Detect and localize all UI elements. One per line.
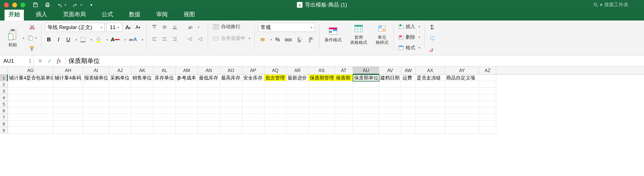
cell[interactable] — [153, 94, 176, 101]
cell[interactable] — [309, 101, 335, 107]
cell[interactable] — [286, 107, 309, 114]
cell[interactable] — [131, 94, 153, 101]
cell[interactable] — [353, 114, 379, 120]
increase-decimal-button[interactable]: .0.00 — [295, 35, 305, 44]
cell[interactable] — [445, 120, 479, 127]
align-bottom-button[interactable] — [171, 23, 179, 31]
save-icon[interactable] — [33, 2, 38, 8]
cell[interactable] — [153, 81, 176, 88]
cell[interactable] — [445, 127, 479, 134]
cell[interactable] — [53, 107, 83, 114]
row-header[interactable]: 2 — [0, 81, 8, 88]
cell[interactable] — [83, 127, 109, 134]
cell[interactable]: 安全库存 — [242, 75, 264, 81]
cell[interactable] — [379, 101, 401, 107]
cell[interactable]: 保质期 — [335, 75, 353, 81]
cell[interactable] — [153, 127, 176, 134]
cell[interactable] — [176, 107, 198, 114]
align-middle-button[interactable] — [160, 23, 169, 31]
cell[interactable] — [309, 120, 335, 127]
delete-cells-button[interactable]: 删除▾ — [397, 33, 421, 41]
cell[interactable] — [479, 88, 496, 94]
cell[interactable] — [445, 94, 479, 101]
cell[interactable] — [53, 94, 83, 101]
cell[interactable] — [353, 88, 379, 94]
cell[interactable] — [220, 94, 242, 101]
comma-format-button[interactable]: 000 — [283, 35, 293, 44]
font-name-combo[interactable]: 等线 Regular (正文)▾ — [45, 23, 105, 32]
cell[interactable] — [286, 101, 309, 107]
cell[interactable] — [198, 94, 220, 101]
cell[interactable] — [479, 127, 496, 134]
cell[interactable] — [286, 94, 309, 101]
cell[interactable]: 最高库存 — [220, 75, 242, 81]
cell[interactable] — [479, 120, 496, 127]
cell[interactable] — [109, 81, 131, 88]
cell[interactable] — [379, 107, 401, 114]
cell[interactable] — [479, 101, 496, 107]
increase-indent-button[interactable] — [196, 35, 205, 43]
cell[interactable]: 最低库存 — [198, 75, 220, 81]
cell[interactable] — [401, 120, 416, 127]
align-left-button[interactable] — [150, 35, 159, 43]
cell[interactable] — [53, 88, 83, 94]
cell[interactable] — [309, 81, 335, 88]
column-header[interactable]: AS — [309, 67, 335, 74]
cell[interactable] — [335, 114, 353, 120]
ribbon-tab-5[interactable]: 审阅 — [152, 9, 172, 21]
cell[interactable] — [176, 101, 198, 107]
cell[interactable]: 是否走冻链 — [416, 75, 445, 81]
cell[interactable] — [53, 127, 83, 134]
row-header[interactable]: 9 — [0, 127, 8, 134]
row-header[interactable]: 1 — [0, 75, 8, 81]
spreadsheet-grid[interactable]: AGAHAIAJAKALAMANAOAPAQARASATAUAVAWAXAYAZ… — [0, 67, 644, 134]
cell[interactable] — [335, 81, 353, 88]
cell[interactable] — [83, 101, 109, 107]
cell[interactable] — [379, 120, 401, 127]
minimize-window-button[interactable] — [12, 3, 17, 7]
cell[interactable] — [109, 114, 131, 120]
cell[interactable] — [198, 101, 220, 107]
font-size-combo[interactable]: 11▾ — [106, 23, 122, 32]
align-right-button[interactable] — [171, 35, 179, 43]
cell[interactable] — [131, 81, 153, 88]
zoom-window-button[interactable] — [20, 3, 25, 7]
cell[interactable] — [220, 127, 242, 134]
cell[interactable] — [416, 120, 445, 127]
cell[interactable] — [401, 94, 416, 101]
cell[interactable] — [264, 94, 286, 101]
phonetic-dropdown[interactable]: ▾ — [142, 38, 143, 41]
cell[interactable] — [198, 127, 220, 134]
cell[interactable] — [242, 101, 264, 107]
underline-button[interactable]: U — [64, 35, 72, 44]
cell[interactable] — [220, 88, 242, 94]
undo-dropdown[interactable]: ▾ — [65, 3, 66, 7]
cell[interactable] — [416, 127, 445, 134]
cell[interactable] — [176, 94, 198, 101]
column-header[interactable]: AV — [379, 67, 401, 74]
cell[interactable] — [445, 107, 479, 114]
cell[interactable] — [53, 81, 83, 88]
column-header[interactable]: AZ — [479, 67, 496, 74]
column-header[interactable]: AP — [242, 67, 264, 74]
cell[interactable] — [335, 88, 353, 94]
cell[interactable] — [242, 94, 264, 101]
increase-font-button[interactable]: A▴ — [124, 23, 132, 32]
cell[interactable] — [198, 114, 220, 120]
cut-button[interactable] — [26, 23, 38, 31]
cell[interactable] — [479, 94, 496, 101]
accounting-dropdown[interactable]: ▾ — [271, 38, 272, 41]
autosum-button[interactable]: Σ — [428, 23, 437, 31]
column-header[interactable]: AU — [353, 67, 379, 74]
decrease-font-button[interactable]: A▾ — [134, 23, 142, 32]
cell[interactable] — [242, 81, 264, 88]
cell[interactable] — [401, 81, 416, 88]
undo-icon[interactable] — [57, 2, 62, 8]
cell[interactable] — [8, 88, 53, 94]
borders-button[interactable] — [79, 35, 87, 44]
decrease-decimal-button[interactable]: .00.0 — [306, 35, 316, 44]
cell[interactable] — [309, 114, 335, 120]
cell[interactable] — [242, 114, 264, 120]
ribbon-tab-4[interactable]: 数据 — [125, 9, 144, 21]
cell[interactable] — [8, 127, 53, 134]
